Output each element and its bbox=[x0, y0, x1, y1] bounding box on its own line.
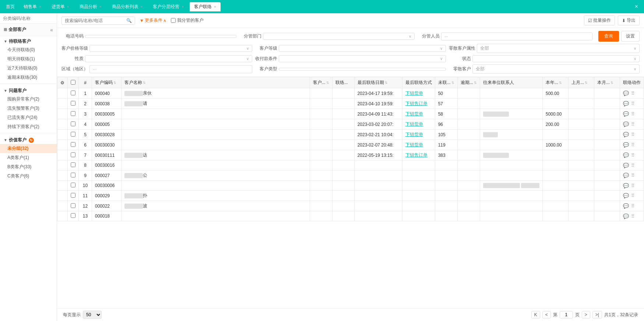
last-way-link[interactable]: 下销货单 bbox=[405, 121, 423, 127]
th-last-date[interactable]: 最后联络日期⇅ bbox=[354, 77, 402, 88]
close-sales-tab[interactable]: × bbox=[39, 5, 41, 9]
section-problem-customers[interactable]: ▼ 问题客户 bbox=[0, 85, 57, 95]
nav-tab-purchase[interactable]: 进货单 × bbox=[47, 2, 74, 11]
select-price-level[interactable]: ∨ bbox=[89, 45, 252, 52]
td-checkbox[interactable] bbox=[68, 201, 79, 211]
close-purchase-tab[interactable]: × bbox=[67, 5, 69, 9]
message-icon[interactable]: 💬 bbox=[623, 121, 629, 127]
last-page-button[interactable]: >| bbox=[592, 311, 602, 318]
sidebar-item-abnormal[interactable]: 囤购异常客户(2) bbox=[0, 95, 57, 104]
row-checkbox[interactable] bbox=[71, 152, 75, 157]
th-settings[interactable]: ⚙ bbox=[57, 77, 68, 88]
sidebar-item-overdue[interactable]: 逾期未联络(30) bbox=[0, 73, 57, 82]
message-icon[interactable]: 💬 bbox=[623, 152, 629, 158]
my-customers-checkbox[interactable] bbox=[171, 18, 176, 23]
grid-action-icon[interactable]: ⠿ bbox=[631, 214, 635, 219]
th-checkbox[interactable] bbox=[68, 77, 79, 88]
close-product-tab[interactable]: × bbox=[99, 5, 102, 9]
th-last-way[interactable]: 最后联络方式 bbox=[402, 77, 435, 88]
nav-tab-customer-contact[interactable]: 客户联络 × bbox=[190, 2, 221, 11]
th-contacts[interactable]: 往来单位联系人 bbox=[480, 77, 542, 88]
row-checkbox[interactable] bbox=[71, 91, 75, 95]
last-way-link[interactable]: 下销货单 bbox=[405, 132, 423, 137]
nav-tab-product-list[interactable]: 商品分析列表 × bbox=[108, 2, 147, 11]
select-dept[interactable]: ∨ bbox=[263, 33, 414, 40]
refresh-badge[interactable]: ↻ bbox=[29, 138, 34, 143]
select-all-checkbox[interactable] bbox=[71, 80, 75, 85]
nav-tab-sales[interactable]: 销售单 × bbox=[19, 2, 46, 11]
th-name[interactable]: 客户名称⇅ bbox=[122, 77, 310, 88]
export-button[interactable]: ⬇ 导出 bbox=[618, 15, 640, 25]
row-checkbox[interactable] bbox=[71, 111, 75, 116]
message-icon[interactable]: 💬 bbox=[623, 214, 629, 219]
td-checkbox[interactable] bbox=[68, 160, 79, 170]
last-way-link[interactable]: 下销货单 bbox=[405, 142, 423, 147]
query-button[interactable]: 查询 bbox=[598, 31, 619, 42]
message-icon[interactable]: 💬 bbox=[623, 193, 629, 198]
last-way-link[interactable]: 下销售订单 bbox=[405, 152, 427, 158]
grid-action-icon[interactable]: ⠿ bbox=[631, 173, 635, 178]
grid-action-icon[interactable]: ⠿ bbox=[631, 132, 635, 137]
sidebar-item-lost[interactable]: 已流失客户(24) bbox=[0, 113, 57, 122]
window-close-button[interactable]: × bbox=[632, 3, 641, 10]
grid-action-icon[interactable]: ⠿ bbox=[631, 101, 635, 106]
message-icon[interactable]: 💬 bbox=[623, 173, 629, 178]
row-checkbox[interactable] bbox=[71, 101, 75, 106]
row-checkbox[interactable] bbox=[71, 121, 75, 126]
first-page-button[interactable]: K bbox=[531, 311, 540, 318]
message-icon[interactable]: 💬 bbox=[623, 132, 629, 137]
grid-action-icon[interactable]: ⠿ bbox=[631, 121, 635, 127]
message-icon[interactable]: 💬 bbox=[623, 101, 629, 106]
message-icon[interactable]: 💬 bbox=[623, 163, 629, 168]
last-way-link[interactable]: 下销货单 bbox=[405, 111, 423, 116]
sidebar-item-declining[interactable]: 持续下滑客户(2) bbox=[0, 122, 57, 131]
row-checkbox[interactable] bbox=[71, 173, 75, 177]
row-checkbox[interactable] bbox=[71, 203, 75, 208]
row-checkbox[interactable] bbox=[71, 132, 75, 137]
message-icon[interactable]: 💬 bbox=[623, 91, 629, 96]
row-checkbox[interactable] bbox=[71, 213, 75, 218]
th-contact[interactable]: 联络... bbox=[332, 77, 354, 88]
grid-action-icon[interactable]: ⠿ bbox=[631, 163, 635, 168]
message-icon[interactable]: 💬 bbox=[623, 142, 629, 148]
input-manager[interactable]: ··· bbox=[441, 32, 592, 40]
td-checkbox[interactable] bbox=[68, 88, 79, 99]
td-checkbox[interactable] bbox=[68, 170, 79, 181]
prev-page-button[interactable]: < bbox=[542, 311, 551, 318]
sidebar-item-7days[interactable]: 近7天待联络(0) bbox=[0, 64, 57, 73]
close-customer-contact-tab[interactable]: × bbox=[214, 5, 216, 9]
batch-ops-button[interactable]: ☑ 批量操作 bbox=[584, 15, 615, 25]
td-checkbox[interactable] bbox=[68, 119, 79, 130]
input-customer-type[interactable] bbox=[279, 68, 446, 71]
close-customer-tier-tab[interactable]: × bbox=[182, 5, 184, 9]
row-checkbox[interactable] bbox=[71, 162, 75, 167]
select-nature[interactable]: ∨ bbox=[85, 55, 252, 62]
reset-button[interactable]: 设置 bbox=[621, 31, 640, 42]
nav-tab-customer-tier[interactable]: 客户分层经营 × bbox=[148, 2, 188, 11]
last-way-link[interactable]: 下销售订单 bbox=[405, 101, 427, 106]
td-checkbox[interactable] bbox=[68, 140, 79, 150]
filter-search-icon[interactable]: 🔍 bbox=[126, 18, 132, 23]
section-pending-contact[interactable]: ▼ 待联络客户 bbox=[0, 36, 57, 45]
th-overdue[interactable]: 逾期...⇅ bbox=[457, 77, 480, 88]
th-code[interactable]: 客户编码⇅ bbox=[92, 77, 122, 88]
message-icon[interactable]: 💬 bbox=[623, 183, 629, 188]
nav-home[interactable]: 首页 bbox=[3, 2, 18, 11]
sidebar-item-tomorrow[interactable]: 明天待联络(1) bbox=[0, 54, 57, 64]
select-customer-level[interactable]: ∨ bbox=[279, 45, 446, 52]
sidebar-item-warning[interactable]: 流失预警客户(3) bbox=[0, 104, 57, 113]
td-checkbox[interactable] bbox=[68, 211, 79, 221]
sidebar-collapse-button[interactable]: « bbox=[50, 27, 53, 33]
message-icon[interactable]: 💬 bbox=[623, 111, 629, 117]
th-unlinked[interactable]: 未联...⇅ bbox=[435, 77, 457, 88]
row-checkbox[interactable] bbox=[71, 183, 75, 187]
select-status[interactable]: ∨ bbox=[472, 55, 640, 62]
td-checkbox[interactable] bbox=[68, 150, 79, 160]
sidebar-all-customers[interactable]: ⊞ 全部客户 « bbox=[0, 24, 57, 36]
filter-my-customers[interactable]: 我分管的客户 bbox=[171, 17, 204, 24]
page-number-input[interactable] bbox=[560, 311, 573, 318]
sidebar-search-input[interactable] bbox=[3, 16, 57, 21]
grid-action-icon[interactable]: ⠿ bbox=[631, 193, 635, 198]
th-this-year[interactable]: 本年...⇅ bbox=[543, 77, 569, 88]
grid-action-icon[interactable]: ⠿ bbox=[631, 152, 635, 158]
